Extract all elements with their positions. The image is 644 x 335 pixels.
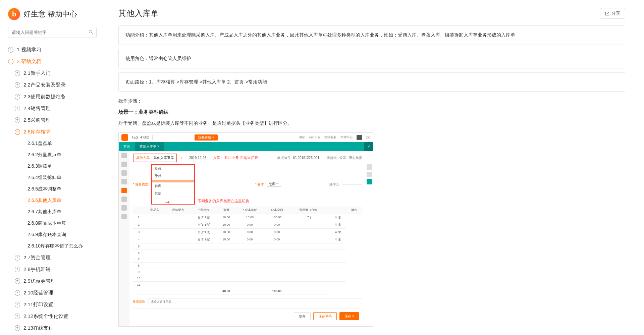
- svg-line-1: [92, 33, 93, 34]
- search-icon[interactable]: [89, 30, 93, 35]
- ss-avatar-icon[interactable]: [357, 135, 362, 140]
- sidebar-subitem[interactable]: 2.6.2分量盘点单: [8, 149, 97, 161]
- ss-dropdown-option[interactable]: [152, 180, 194, 182]
- ss-nav-icon[interactable]: [121, 162, 127, 167]
- share-button[interactable]: 分享: [600, 8, 625, 19]
- sidebar-item[interactable]: 2.8手机旺铺: [8, 264, 97, 275]
- ss-date-field[interactable]: 2019-12-26: [188, 156, 208, 160]
- sidebar-item[interactable]: 2.7资金管理: [8, 252, 97, 264]
- sidebar-item[interactable]: 2.1新手入门: [8, 67, 97, 79]
- ss-biztype-dropdown[interactable]: 盘盈受赠 转库其他 ↗: [151, 164, 195, 205]
- ss-radio-in[interactable]: 其他入库: [136, 156, 150, 160]
- ss-table-cell: [217, 256, 235, 262]
- ss-table-row[interactable]: 9: [133, 269, 362, 275]
- minus-icon: [15, 129, 20, 135]
- sidebar-item[interactable]: 2.5采购管理: [8, 114, 97, 126]
- sidebar-subitem[interactable]: 2.6.6其他入库单: [8, 195, 97, 206]
- ss-radio-return[interactable]: 其他入库退库: [154, 156, 174, 160]
- sidebar-subitem[interactable]: 2.6.1盘点单: [8, 138, 97, 149]
- sidebar-subitem[interactable]: 2.6.5成本调整单: [8, 183, 97, 195]
- ss-tab-home[interactable]: 首页: [119, 142, 135, 151]
- ss-top-link[interactable]: CC: [366, 136, 370, 139]
- sidebar-item[interactable]: 2.3使用前数据准备: [8, 91, 97, 103]
- ss-table-row[interactable]: 2台(1*1台)10.000.000.00⬇ 🗑: [133, 221, 362, 228]
- logo-icon: b: [8, 8, 20, 20]
- ss-total-cell: 40.00: [217, 288, 235, 294]
- ss-tool-icon[interactable]: [367, 172, 372, 177]
- ss-table-cell: [290, 228, 330, 236]
- search-input[interactable]: [8, 27, 97, 38]
- ss-wh-value[interactable]: 仓库一: [267, 182, 281, 187]
- sidebar-item[interactable]: 2.12系统个性化设置: [8, 311, 97, 322]
- sidebar-item[interactable]: 2.9优惠券管理: [8, 275, 97, 287]
- ss-table-cell: [145, 256, 165, 262]
- ss-table-row[interactable]: 7: [133, 256, 362, 262]
- ss-nav-icon[interactable]: [121, 205, 127, 211]
- ss-annotation-1: 入库、退回业务 在这里切换: [213, 155, 258, 160]
- ss-table-cell: [145, 249, 165, 256]
- ss-table-cell: [290, 249, 330, 256]
- ss-toolbar-link[interactable]: 历史单据: [349, 156, 362, 160]
- ss-dropdown-option[interactable]: 其他: [152, 190, 194, 197]
- ss-table-row[interactable]: 1台(1*1台)10.0010.00100.007个⬇ 🗑: [133, 214, 362, 221]
- sidebar-subitem[interactable]: 2.6.8商品成本重算: [8, 218, 97, 229]
- ss-nav-icon[interactable]: [121, 170, 127, 176]
- ss-table-row[interactable]: 4台(1*1台)10.000.000.00⬇ 🗑: [133, 236, 362, 243]
- ss-top-link[interactable]: 帮助中心: [340, 135, 353, 139]
- sidebar-item[interactable]: 2.10经营管理: [8, 287, 97, 299]
- sidebar-subitem[interactable]: 2.6.9库存账本查询: [8, 229, 97, 240]
- sidebar-item[interactable]: 2.11打印设置: [8, 299, 97, 311]
- ss-footer-button[interactable]: 放弃: [294, 312, 311, 320]
- ss-nav-icon[interactable]: [121, 188, 127, 193]
- sidebar-item[interactable]: 2.2产品安装及登录: [8, 79, 97, 91]
- ss-nav-icon[interactable]: [121, 179, 127, 184]
- ss-top-link[interactable]: 在线客服: [324, 135, 336, 139]
- ss-toolbar-link[interactable]: 快捷键: [327, 156, 337, 160]
- ss-footer-button[interactable]: 保存 ▾: [339, 312, 359, 320]
- sidebar-subitem[interactable]: 2.6.10库存账本错了怎么办: [8, 240, 97, 252]
- nav-inventory[interactable]: 2.6库存核算: [8, 126, 97, 138]
- ss-row-actions[interactable]: ⬇ 🗑: [329, 228, 346, 236]
- ss-handler-input[interactable]: [342, 184, 362, 184]
- sidebar-subitem[interactable]: 2.6.3调拨单: [8, 161, 97, 172]
- ss-table-row[interactable]: 3台(1*1台)10.000.000.00⬇ 🗑: [133, 228, 362, 236]
- ss-table-cell: [191, 262, 217, 269]
- ss-tool-icon[interactable]: [367, 164, 372, 170]
- ss-row-actions[interactable]: ⬇ 🗑: [329, 221, 346, 228]
- ss-table-row[interactable]: 6: [133, 249, 362, 256]
- sidebar-subitem[interactable]: 2.6.4组装拆卸单: [8, 172, 97, 183]
- ss-dropdown-option[interactable]: 转库: [152, 182, 194, 190]
- ss-transfer-button[interactable]: 我要转给->: [195, 134, 218, 141]
- ss-top-link[interactable]: 消息: [299, 135, 305, 139]
- ss-tool-icon[interactable]: [367, 179, 372, 184]
- nav-docs[interactable]: 2.帮助文档: [8, 56, 97, 67]
- ss-dropdown-option[interactable]: 盘盈: [152, 165, 194, 172]
- ss-tab-active[interactable]: 其他入库单 ×: [135, 142, 164, 151]
- ss-expand-icon[interactable]: ⤢: [364, 142, 373, 151]
- ss-table-cell: [191, 243, 217, 249]
- sidebar-item[interactable]: 2.4销售管理: [8, 103, 97, 114]
- ss-table-cell: 8: [133, 262, 145, 269]
- ss-nav-icon[interactable]: [121, 214, 127, 219]
- ss-row-actions[interactable]: ⬇ 🗑: [329, 236, 346, 243]
- ss-footer-button[interactable]: 保存草稿: [313, 312, 337, 320]
- ss-row-actions[interactable]: ⬇ 🗑: [329, 214, 346, 221]
- ss-memo-input[interactable]: [148, 298, 362, 305]
- ss-table-row[interactable]: 5: [133, 243, 362, 249]
- ss-table-row[interactable]: 8: [133, 262, 362, 269]
- ss-total-cell: [235, 288, 264, 294]
- ss-table-row[interactable]: 11: [133, 281, 362, 288]
- ss-top-link[interactable]: App下载: [309, 135, 320, 139]
- ss-table-cell: [329, 262, 346, 269]
- ss-toolbar-link[interactable]: 设置: [339, 156, 346, 160]
- ss-nav-icon[interactable]: [121, 197, 127, 202]
- ss-nav-icon[interactable]: [121, 153, 127, 158]
- sidebar-subitem[interactable]: 2.6.7其他出库单: [8, 206, 97, 218]
- sidebar-item[interactable]: 2.13在线支付: [8, 322, 97, 334]
- ss-table-cell: [165, 249, 191, 256]
- ss-search-input[interactable]: [152, 135, 189, 140]
- ss-table-cell: [329, 256, 346, 262]
- ss-dropdown-option[interactable]: 受赠: [152, 172, 194, 180]
- nav-video[interactable]: 1.视频学习: [8, 44, 97, 56]
- ss-table-row[interactable]: 10: [133, 275, 362, 281]
